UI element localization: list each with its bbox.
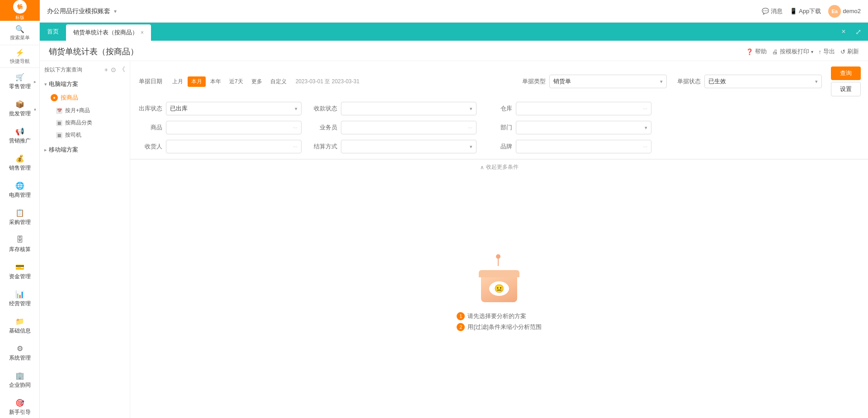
- brand-input[interactable]: ···: [516, 140, 651, 153]
- tab-bar: 首页 销货单统计表（按商品） × × ⤢: [40, 23, 868, 41]
- sidebar-item-basic[interactable]: 📁 基础信息: [0, 312, 40, 339]
- tab-home[interactable]: 首页: [40, 23, 66, 41]
- sidebar-item-operation[interactable]: 📊 经营管理: [0, 285, 40, 312]
- sidebar-item-purchase[interactable]: 📋 采购管理: [0, 204, 40, 231]
- scheme-sub-category-icon: ▦: [56, 120, 62, 126]
- tab-close-icon[interactable]: ×: [141, 29, 144, 36]
- scheme-sub-item-by-product-category[interactable]: ▦ 按商品分类: [40, 117, 130, 129]
- refresh-icon: ↺: [840, 48, 845, 55]
- scheme-item-by-product[interactable]: ● 按商品: [40, 91, 130, 104]
- collapse-bar[interactable]: ∧ 收起更多条件: [130, 159, 868, 175]
- sidebar-item-inventory[interactable]: 🗄 库存核算: [0, 231, 40, 258]
- finance-icon: 💳: [15, 262, 24, 271]
- sidebar-item-search[interactable]: 🔍 搜索菜单: [0, 21, 40, 45]
- warehouse-label: 仓库: [487, 104, 512, 113]
- export-button[interactable]: ↑ 导出: [819, 48, 835, 56]
- recipient-input[interactable]: ···: [166, 140, 302, 153]
- refresh-button[interactable]: ↺ 刷新: [840, 48, 859, 56]
- sidebar-item-sales[interactable]: 💰 销售管理: [0, 149, 40, 176]
- print-button[interactable]: 🖨 按模板打印 ▾: [772, 48, 813, 56]
- retail-arrow-icon: ▸: [34, 79, 36, 84]
- date-tab-last-7-days[interactable]: 近7天: [226, 76, 247, 87]
- refresh-label: 刷新: [847, 48, 859, 56]
- sidebar-item-quick-nav[interactable]: ⚡ 快捷导航: [0, 45, 40, 68]
- app-download-button[interactable]: 📱 App下载: [790, 7, 821, 15]
- warehouse-out-value: 已出库: [170, 104, 188, 113]
- warehouse-dots-icon[interactable]: ···: [643, 105, 647, 112]
- app-title-dropdown-icon[interactable]: ▾: [114, 8, 117, 14]
- empty-illustration: 😐: [476, 261, 522, 307]
- user-avatar: Ea: [828, 5, 841, 18]
- operation-icon: 📊: [15, 290, 24, 299]
- empty-line1: 请先选择要分析的方案: [467, 312, 526, 320]
- filter-row-2: 出库状态 已出库 ▾ 收款状态 ▾ 仓库: [137, 102, 861, 115]
- sidebar-logo[interactable]: 畅 标版: [0, 0, 40, 21]
- department-select[interactable]: ▾: [516, 121, 651, 134]
- doc-status-select[interactable]: 已生效 ▾: [704, 75, 822, 88]
- app-download-label: App下载: [799, 7, 821, 15]
- scheme-panel-icons: + ⊙ 《: [104, 66, 125, 74]
- query-button[interactable]: 查询: [831, 66, 861, 80]
- date-tab-this-year[interactable]: 本年: [207, 76, 225, 87]
- tab-close-all-button[interactable]: ×: [837, 25, 850, 38]
- settlement-select[interactable]: ▾: [341, 140, 476, 153]
- basic-icon: 📁: [15, 317, 24, 326]
- scheme-section-mobile-header[interactable]: ▸ 移动端方案: [40, 143, 130, 157]
- settings-button[interactable]: 设置: [831, 82, 861, 96]
- sidebar-item-finance[interactable]: 💳 资金管理: [0, 258, 40, 285]
- scheme-sub-month-label: 按月+商品: [65, 107, 90, 114]
- brand-dots-icon[interactable]: ···: [643, 143, 647, 150]
- recipient-dots-icon[interactable]: ···: [293, 143, 297, 150]
- body-split: 按以下方案查询 + ⊙ 《 ▾ 电脑端方案: [40, 61, 868, 418]
- scheme-section-desktop-header[interactable]: ▾ 电脑端方案: [40, 77, 130, 91]
- scheme-panel-header: 按以下方案查询 + ⊙ 《: [40, 66, 130, 77]
- warehouse-out-select[interactable]: 已出库 ▾: [166, 102, 302, 115]
- filter-row-4: 收货人 ··· 结算方式 ▾ 品牌: [137, 140, 861, 153]
- salesperson-input[interactable]: ···: [341, 121, 476, 134]
- collapse-label: 收起更多条件: [486, 163, 519, 171]
- scheme-desktop-label: 电脑端方案: [49, 80, 78, 88]
- scheme-sub-item-by-cashier[interactable]: ▦ 按司机: [40, 129, 130, 141]
- sidebar-item-newbie[interactable]: 🎯 新手引导: [0, 394, 40, 418]
- date-tab-this-month[interactable]: 本月: [188, 76, 206, 87]
- message-button[interactable]: 💬 消息: [762, 7, 783, 15]
- date-tab-last-month[interactable]: 上月: [169, 76, 187, 87]
- enterprise-icon: 🏢: [15, 371, 24, 380]
- retail-icon: 🛒: [15, 72, 24, 81]
- payment-status-label: 收款状态: [312, 104, 337, 113]
- tab-maximize-button[interactable]: ⤢: [852, 25, 864, 38]
- logo-icon: 畅: [13, 0, 27, 14]
- download-icon: 📱: [790, 8, 797, 14]
- date-tab-more[interactable]: 更多: [248, 76, 266, 87]
- product-input[interactable]: ···: [166, 121, 302, 134]
- app-title: 办公用品行业模拟账套: [47, 7, 110, 15]
- scheme-collapse-icon[interactable]: 《: [119, 66, 125, 74]
- print-icon: 🖨: [772, 48, 778, 55]
- product-dots-icon[interactable]: ···: [293, 124, 297, 131]
- sidebar-item-ecommerce[interactable]: 🌐 电商管理: [0, 176, 40, 204]
- sidebar-item-system[interactable]: ⚙ 系统管理: [0, 339, 40, 366]
- filter-results-panel: 单据日期 上月 本月 本年 近7天 更多 自定义 20: [130, 61, 868, 418]
- empty-state: 😐 1 请先选择要分析的方案: [130, 175, 868, 418]
- doc-type-select[interactable]: 销货单 ▾: [549, 75, 667, 88]
- date-tab-custom[interactable]: 自定义: [267, 76, 290, 87]
- sidebar-item-retail[interactable]: 🛒 零售管理 ▸: [0, 68, 40, 95]
- scheme-add-icon[interactable]: +: [104, 66, 108, 73]
- tab-report[interactable]: 销货单统计表（按商品） ×: [66, 24, 151, 41]
- sidebar-item-marketing[interactable]: 📢 营销推广: [0, 122, 40, 149]
- sidebar-item-wholesale[interactable]: 📦 批发管理 ▴: [0, 95, 40, 122]
- scheme-section-mobile: ▸ 移动端方案: [40, 143, 130, 157]
- help-button[interactable]: ❓ 帮助: [746, 48, 767, 56]
- scheme-sub-item-by-month-product[interactable]: 📅 按月+商品: [40, 104, 130, 117]
- settlement-label: 结算方式: [312, 142, 337, 151]
- message-label: 消息: [771, 7, 783, 15]
- salesperson-dots-icon[interactable]: ···: [468, 124, 472, 131]
- user-profile[interactable]: Ea demo2: [828, 5, 861, 18]
- empty-text: 1 请先选择要分析的方案 2 用[过滤]条件来缩小分析范围: [457, 312, 541, 331]
- message-icon: 💬: [762, 8, 769, 14]
- scheme-settings-icon[interactable]: ⊙: [111, 66, 116, 73]
- sidebar-item-enterprise[interactable]: 🏢 企业协同: [0, 366, 40, 394]
- warehouse-input[interactable]: ···: [516, 102, 651, 115]
- main-area: 办公用品行业模拟账套 ▾ 💬 消息 📱 App下载 Ea demo2 首页: [40, 0, 868, 418]
- payment-status-select[interactable]: ▾: [341, 102, 476, 115]
